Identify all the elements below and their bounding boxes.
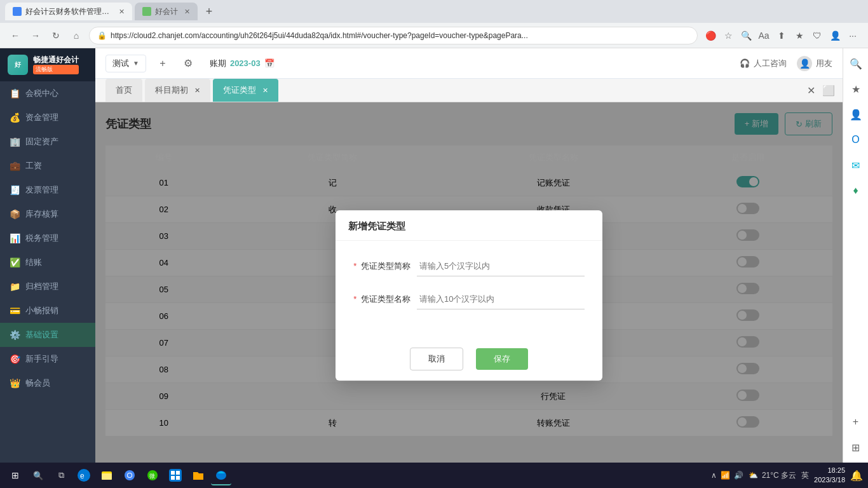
lang-text: 英	[801, 470, 809, 481]
sidebar-item-zijin[interactable]: 💰 资金管理	[0, 105, 95, 130]
date-text: 2023/3/18	[814, 475, 845, 485]
taskbar-search-button[interactable]: 🔍	[28, 465, 48, 485]
consult-button[interactable]: 🎧 人工咨询	[740, 58, 787, 69]
modal-cancel-button[interactable]: 取消	[410, 348, 463, 370]
taskbar-item-folder[interactable]	[188, 465, 208, 485]
add-workspace-button[interactable]: +	[154, 55, 172, 72]
taskbar-item-edge[interactable]: e	[74, 465, 94, 485]
close-tab-panel-button[interactable]: ✕	[802, 81, 820, 99]
browser-tab2-close[interactable]: ✕	[184, 8, 190, 16]
more-button[interactable]: ···	[845, 28, 860, 43]
tab-search-button[interactable]: 🔍	[738, 28, 754, 43]
right-panel-user-button[interactable]: 👤	[846, 104, 866, 125]
right-panel-search-button[interactable]: 🔍	[846, 53, 866, 74]
sidebar-label-zijin: 资金管理	[25, 112, 58, 123]
bookmark-button[interactable]: ★	[792, 28, 807, 43]
taskbar-item-wechat[interactable]: 微	[142, 465, 163, 485]
jichushezhi-icon: ⚙️	[9, 329, 20, 341]
voucher-name-input[interactable]	[417, 289, 585, 309]
tab-kemu[interactable]: 科目期初 ✕	[145, 79, 210, 102]
shuiwu-icon: 📊	[9, 233, 20, 244]
weather-icon: ⛅	[749, 471, 758, 480]
sidebar-item-jichushezhi[interactable]: ⚙️ 基础设置	[0, 323, 95, 347]
taskbar-item-appstore[interactable]	[165, 465, 186, 485]
maximize-panel-button[interactable]: ⬜	[820, 81, 837, 99]
form-row-name: * 凭证类型名称	[353, 289, 585, 309]
home-button[interactable]: ⌂	[69, 28, 84, 43]
tab-home[interactable]: 首页	[105, 79, 142, 102]
browser-tab-1[interactable]: 好会计云财务软件管理系统_会计 ✕	[5, 3, 132, 20]
svg-point-6	[128, 473, 132, 477]
taskbar-item-multidesktop[interactable]: ⧉	[51, 465, 71, 485]
guidang-icon: 📁	[9, 281, 20, 292]
sidebar-item-jiezhang[interactable]: ✅ 结账	[0, 250, 95, 274]
profile-button[interactable]: 👤	[827, 28, 843, 43]
tab-pingzheng-label: 凭证类型	[223, 85, 256, 96]
form-row-short: * 凭证类型简称	[353, 256, 585, 276]
logo-text: 畅捷通好会计	[33, 55, 79, 65]
address-input[interactable]: 🔒 https://cloud2.chanjet.com/accounting/…	[89, 27, 698, 44]
extensions-button[interactable]: 🔴	[703, 28, 718, 43]
taskbar: ⊞ 🔍 ⧉ e 微 ∧ 📶 🔊 ⛅ 21	[0, 463, 868, 488]
taskbar-item-edge2[interactable]	[211, 465, 231, 485]
sidebar-label-shuiwu: 税务管理	[25, 233, 58, 244]
sidebar-item-guidang[interactable]: 📁 归档管理	[0, 274, 95, 299]
sidebar-item-xiaochang[interactable]: 💳 小畅报销	[0, 299, 95, 323]
tab-pingzheng[interactable]: 凭证类型 ✕	[213, 79, 278, 102]
browser-tab1-close[interactable]: ✕	[119, 8, 125, 16]
user-button[interactable]: 👤 用友	[797, 56, 832, 71]
sidebar-label-jichushezhi: 基础设置	[25, 329, 58, 341]
taskbar-item-chrome[interactable]	[119, 465, 140, 485]
sidebar-item-gudingzichan[interactable]: 🏢 固定资产	[0, 130, 95, 154]
right-panel-star-button[interactable]: ★	[846, 79, 866, 99]
right-panel-outlook-button[interactable]: O	[846, 130, 866, 150]
new-tab-button[interactable]: +	[200, 3, 218, 20]
tab-menu-button[interactable]: Aa	[756, 28, 771, 43]
right-panel: 🔍 ★ 👤 O ✉ ♦ + ⊞ ⚙	[843, 48, 868, 488]
calendar-icon[interactable]: 📅	[264, 58, 275, 68]
sidebar-item-huishui[interactable]: 📋 会税中心	[0, 81, 95, 105]
svg-rect-3	[102, 473, 112, 480]
right-panel-grid-button[interactable]: ⊞	[846, 437, 866, 458]
logo-badge: 流畅版	[33, 65, 79, 74]
sidebar-item-fapiao[interactable]: 🧾 发票管理	[0, 178, 95, 202]
consult-label: 人工咨询	[754, 58, 787, 69]
clock-display[interactable]: 18:25 2023/3/18	[814, 466, 845, 485]
voucher-short-input[interactable]	[417, 256, 585, 276]
sidebar-label-changhui: 畅会员	[25, 377, 50, 389]
period-value: 2023-03	[230, 58, 261, 68]
fav-button[interactable]: ☆	[721, 28, 736, 43]
page-tabs: 首页 科目期初 ✕ 凭证类型 ✕	[95, 79, 288, 102]
sidebar-item-gongzi[interactable]: 💼 工资	[0, 154, 95, 178]
workspace-label: 测试	[112, 58, 129, 69]
chevron-up-icon[interactable]: ∧	[711, 471, 717, 480]
taskbar-start-button[interactable]: ⊞	[5, 465, 25, 485]
right-panel-plus-button[interactable]: +	[846, 412, 866, 432]
taskbar-item-explorer[interactable]	[97, 465, 117, 485]
tab-pingzheng-close[interactable]: ✕	[262, 86, 268, 95]
svg-rect-10	[171, 471, 175, 475]
settings-button[interactable]: ⚙	[179, 55, 197, 72]
content-area: 凭证类型 + 新增 ↻ 刷新 编号 凭证类型简称 凭证类型名称 是否启用	[95, 102, 843, 488]
right-panel-green-button[interactable]: ♦	[846, 180, 866, 201]
shield-button[interactable]: 🛡	[810, 28, 825, 43]
kucun-icon: 📦	[9, 208, 20, 220]
sidebar-item-kucun[interactable]: 📦 库存核算	[0, 202, 95, 226]
back-button[interactable]: ←	[8, 28, 23, 43]
forward-button[interactable]: →	[28, 28, 43, 43]
sidebar-item-changhui[interactable]: 👑 畅会员	[0, 371, 95, 395]
sidebar-items-list: 📋 会税中心 💰 资金管理 🏢 固定资产 💼 工资 🧾 发票管理 📦 库	[0, 81, 95, 466]
sidebar-item-shuiwu[interactable]: 📊 税务管理	[0, 226, 95, 250]
svg-rect-11	[176, 471, 180, 475]
share-button[interactable]: ⬆	[774, 28, 789, 43]
sidebar-item-xinshouyindao[interactable]: 🎯 新手引导	[0, 347, 95, 371]
browser-tab-2[interactable]: 好会计 ✕	[135, 3, 198, 20]
tab-kemu-close[interactable]: ✕	[194, 86, 200, 95]
sidebar-label-jiezhang: 结账	[25, 257, 42, 268]
workspace-selector[interactable]: 测试 ▼	[105, 55, 146, 72]
refresh-button[interactable]: ↻	[48, 28, 64, 43]
address-bar: ← → ↻ ⌂ 🔒 https://cloud2.chanjet.com/acc…	[0, 23, 868, 48]
modal-save-button[interactable]: 保存	[476, 348, 528, 370]
right-panel-mail-button[interactable]: ✉	[846, 155, 866, 175]
notification-button[interactable]: 🔔	[850, 470, 863, 482]
